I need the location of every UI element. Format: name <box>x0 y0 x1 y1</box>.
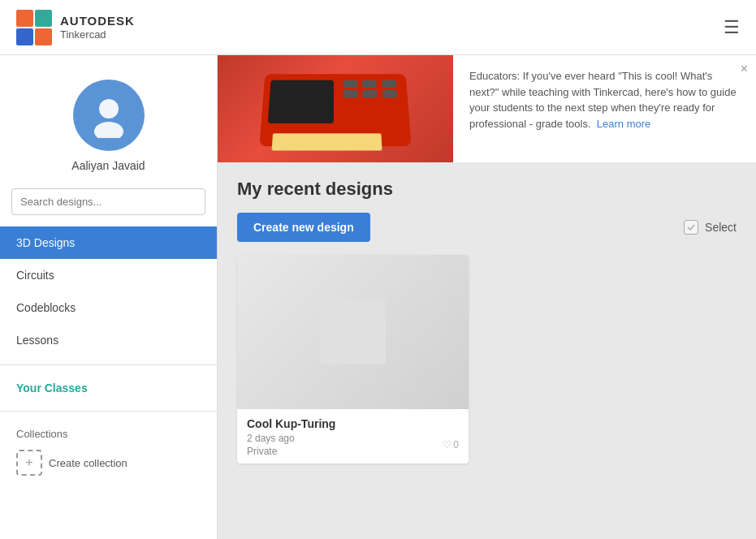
svg-point-0 <box>99 99 119 119</box>
device-visual <box>259 74 411 146</box>
banner-image <box>218 55 453 162</box>
sidebar: Aaliyan Javaid 3D Designs Circuits Codeb… <box>0 55 218 539</box>
tile-i <box>35 10 52 27</box>
create-collection-button[interactable]: + Create collection <box>0 445 217 481</box>
add-collection-icon: + <box>16 450 42 476</box>
design-name: Cool Kup-Turing <box>247 417 459 430</box>
key-6 <box>382 90 396 98</box>
brand-name: AUTODESK <box>60 14 135 28</box>
avatar-section: Aaliyan Javaid <box>0 71 217 188</box>
sidebar-item-circuits[interactable]: Circuits <box>0 259 217 291</box>
your-classes-link[interactable]: Your Classes <box>0 373 217 403</box>
design-info: Cool Kup-Turing 2 days ago Private ♡ 0 <box>237 409 469 464</box>
username-label: Aaliyan Javaid <box>71 159 145 172</box>
design-meta: 2 days ago Private ♡ 0 <box>247 433 459 457</box>
logo-tiles <box>16 10 52 45</box>
design-card[interactable]: Cool Kup-Turing 2 days ago Private ♡ 0 <box>237 255 469 464</box>
design-thumbnail <box>237 255 469 409</box>
learn-more-link[interactable]: Learn more <box>597 118 650 130</box>
key-1 <box>343 80 358 88</box>
like-count: 0 <box>453 439 459 451</box>
select-checkbox[interactable] <box>684 220 698 235</box>
key-4 <box>343 90 358 98</box>
hamburger-menu-icon[interactable]: ☰ <box>724 19 740 37</box>
collections-label: Collections <box>0 420 217 445</box>
search-input[interactable] <box>11 188 205 215</box>
avatar <box>73 80 145 151</box>
designs-section: My recent designs Create new design Sele… <box>218 162 756 480</box>
main-layout: Aaliyan Javaid 3D Designs Circuits Codeb… <box>0 55 756 539</box>
content-area: Educators: If you've ever heard "This is… <box>218 55 756 539</box>
key-2 <box>362 80 377 88</box>
thumbnail-placeholder <box>321 300 386 364</box>
educator-banner: Educators: If you've ever heard "This is… <box>218 55 756 162</box>
banner-text-area: Educators: If you've ever heard "This is… <box>453 55 756 162</box>
actions-row: Create new design Select <box>237 213 737 242</box>
banner-close-icon[interactable]: × <box>741 62 748 76</box>
heart-area[interactable]: ♡ 0 <box>443 439 459 451</box>
checkbox-icon <box>686 222 696 232</box>
select-area[interactable]: Select <box>684 220 737 235</box>
svg-point-1 <box>94 122 123 138</box>
tile-k <box>35 28 52 45</box>
nav-divider <box>0 364 217 365</box>
select-label: Select <box>705 221 737 234</box>
design-privacy: Private <box>247 446 295 457</box>
design-date: 2 days ago <box>247 433 295 444</box>
key-3 <box>382 80 396 88</box>
logo-text: AUTODESK Tinkercad <box>60 14 135 41</box>
create-new-design-button[interactable]: Create new design <box>237 213 370 242</box>
logo-area: AUTODESK Tinkercad <box>16 10 135 45</box>
ruler-visual <box>272 133 382 150</box>
product-name: Tinkercad <box>60 28 135 41</box>
design-meta-left: 2 days ago Private <box>247 433 295 457</box>
classes-divider <box>0 411 217 412</box>
sidebar-item-3d-designs[interactable]: 3D Designs <box>0 226 217 259</box>
tile-n <box>16 28 33 45</box>
sidebar-item-lessons[interactable]: Lessons <box>0 324 217 356</box>
device-keys <box>343 80 400 98</box>
heart-icon: ♡ <box>443 439 451 451</box>
key-5 <box>363 90 378 98</box>
designs-grid: Cool Kup-Turing 2 days ago Private ♡ 0 <box>237 255 737 464</box>
header: AUTODESK Tinkercad ☰ <box>0 0 756 55</box>
svg-rect-2 <box>321 300 386 364</box>
create-collection-label: Create collection <box>49 457 127 469</box>
sidebar-item-codeblocks[interactable]: Codeblocks <box>0 291 217 324</box>
person-icon <box>86 93 132 138</box>
section-title: My recent designs <box>237 179 737 200</box>
device-screen <box>268 80 334 123</box>
tile-t <box>16 10 33 27</box>
